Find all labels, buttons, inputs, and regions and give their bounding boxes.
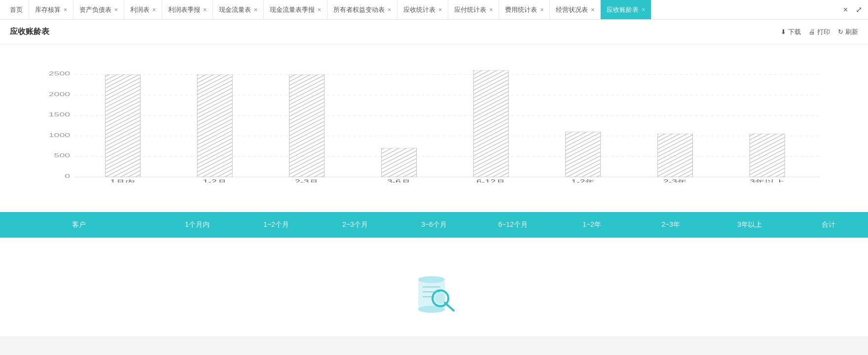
- col-3y-plus: 3年以上: [710, 220, 789, 229]
- download-button[interactable]: ⬇ 下载: [781, 28, 801, 36]
- refresh-icon: ↻: [838, 28, 843, 36]
- svg-text:500: 500: [54, 153, 71, 158]
- print-button[interactable]: 🖨 打印: [809, 28, 830, 36]
- page-header: 应收账龄表 ⬇ 下载 🖨 打印 ↻ 刷新: [0, 20, 868, 44]
- tab-close-icon[interactable]: ×: [438, 6, 442, 13]
- tab-cashflow-quarterly[interactable]: 现金流量表季报 ×: [264, 0, 327, 20]
- svg-point-30: [435, 293, 446, 304]
- tab-cashflow[interactable]: 现金流量表 ×: [213, 0, 264, 20]
- bar-1-2年: [566, 132, 601, 177]
- tab-operation[interactable]: 经营状况表 ×: [550, 0, 601, 20]
- svg-text:1-2年: 1-2年: [571, 179, 595, 182]
- svg-point-23: [418, 276, 445, 283]
- window-maximize-button[interactable]: ⤢: [854, 3, 864, 16]
- tab-ar-aging[interactable]: 应收账龄表 ×: [601, 0, 651, 20]
- tab-equity[interactable]: 所有者权益变动表 ×: [327, 0, 398, 20]
- bar-2-3年: [657, 134, 692, 177]
- tab-close-icon[interactable]: ×: [489, 6, 493, 13]
- tab-close-icon[interactable]: ×: [64, 6, 67, 13]
- col-1-2y: 1~2年: [552, 220, 631, 229]
- col-1-2m: 1~2个月: [237, 220, 316, 229]
- col-customer: 客户: [0, 220, 158, 229]
- col-2-3y: 2~3年: [631, 220, 710, 229]
- tab-close-icon[interactable]: ×: [642, 6, 645, 13]
- svg-text:3年以上: 3年以上: [750, 179, 785, 182]
- empty-state: [0, 238, 868, 336]
- tab-close-icon[interactable]: ×: [203, 6, 207, 13]
- tab-profit[interactable]: 利润表 ×: [124, 0, 162, 20]
- tab-balance[interactable]: 资产负债表 ×: [73, 0, 124, 20]
- tab-close-icon[interactable]: ×: [318, 6, 321, 13]
- col-6-12m: 6~12个月: [473, 220, 552, 229]
- svg-text:1月内: 1月内: [110, 179, 135, 182]
- bar-1-2月: [197, 74, 232, 177]
- svg-text:1-2月: 1-2月: [203, 179, 226, 182]
- table-header: 客户 1个月内 1~2个月 2~3个月 3~6个月 6~12个月 1~2年 2~…: [0, 212, 868, 238]
- tab-ar-stats[interactable]: 应收统计表 ×: [398, 0, 448, 20]
- svg-text:6-12月: 6-12月: [476, 179, 506, 182]
- print-icon: 🖨: [809, 28, 815, 36]
- tab-inventory[interactable]: 库存核算 ×: [29, 0, 73, 20]
- col-total: 合计: [789, 220, 868, 229]
- main-content: 0 500 1000 1500 2000 2500: [0, 44, 868, 212]
- page-title: 应收账龄表: [10, 27, 49, 37]
- svg-text:2-3月: 2-3月: [295, 179, 319, 182]
- refresh-button[interactable]: ↻ 刷新: [838, 28, 858, 36]
- bar-chart: 0 500 1000 1500 2000 2500: [39, 64, 829, 182]
- tab-expense-stats[interactable]: 费用统计表 ×: [499, 0, 550, 20]
- window-controls: × ⤢: [841, 3, 864, 16]
- tab-close-icon[interactable]: ×: [591, 6, 594, 13]
- bar-3-6月: [381, 148, 416, 177]
- chart-area: 0 500 1000 1500 2000 2500: [10, 54, 858, 202]
- bar-1月内: [105, 74, 140, 177]
- col-2-3m: 2~3个月: [316, 220, 395, 229]
- tab-close-icon[interactable]: ×: [540, 6, 543, 13]
- tab-home[interactable]: 首页: [4, 0, 29, 20]
- svg-text:1500: 1500: [49, 112, 71, 117]
- tab-ap-stats[interactable]: 应付统计表 ×: [448, 0, 499, 20]
- svg-text:3-6月: 3-6月: [387, 179, 411, 182]
- download-icon: ⬇: [781, 28, 786, 36]
- svg-text:2-3年: 2-3年: [663, 179, 687, 182]
- tab-profit-quarterly[interactable]: 利润表季报 ×: [162, 0, 213, 20]
- tab-close-icon[interactable]: ×: [254, 6, 257, 13]
- bar-6-12月: [473, 71, 508, 177]
- svg-text:2500: 2500: [49, 71, 71, 76]
- chart-container: 0 500 1000 1500 2000 2500: [39, 64, 829, 182]
- window-close-button[interactable]: ×: [841, 3, 850, 16]
- tab-bar: 首页 库存核算 × 资产负债表 × 利润表 × 利润表季报 × 现金流量表 × …: [0, 0, 868, 20]
- svg-text:0: 0: [65, 174, 70, 179]
- tab-close-icon[interactable]: ×: [388, 6, 391, 13]
- col-3-6m: 3~6个月: [395, 220, 473, 229]
- header-actions: ⬇ 下载 🖨 打印 ↻ 刷新: [781, 28, 858, 36]
- bar-3年以上: [750, 134, 785, 177]
- tab-close-icon[interactable]: ×: [114, 6, 118, 13]
- bar-2-3月: [289, 74, 325, 177]
- svg-text:1000: 1000: [49, 133, 71, 138]
- svg-text:2000: 2000: [49, 91, 71, 97]
- tab-close-icon[interactable]: ×: [152, 6, 156, 13]
- col-1m: 1个月内: [158, 220, 237, 229]
- empty-icon: [404, 267, 464, 317]
